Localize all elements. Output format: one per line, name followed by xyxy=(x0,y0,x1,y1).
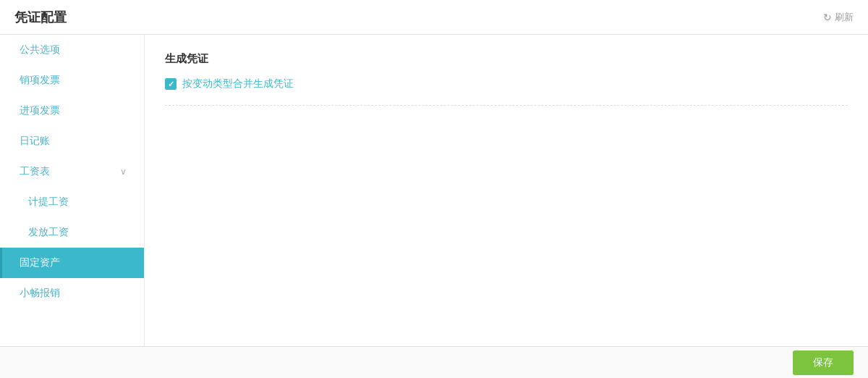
checkbox-label[interactable]: 按变动类型合并生成凭证 xyxy=(182,77,294,91)
sidebar-item-label: 公共选项 xyxy=(20,43,60,56)
merge-checkbox[interactable] xyxy=(165,78,176,90)
sidebar-item-journal[interactable]: 日记账 xyxy=(0,126,144,156)
sidebar-item-label: 进项发票 xyxy=(20,104,60,117)
sidebar-item-label: 工资表 xyxy=(20,165,50,178)
sidebar: 公共选项 销项发票 进项发票 日记账 工资表 ∨ 计提工资 发放工资 固定资产 … xyxy=(0,35,145,378)
refresh-icon: ↻ xyxy=(823,12,832,23)
checkbox-row: 按变动类型合并生成凭证 xyxy=(165,77,848,91)
sidebar-item-salary[interactable]: 发放工资 xyxy=(0,217,144,248)
sidebar-item-label: 计提工资 xyxy=(28,196,69,209)
layout: 公共选项 销项发票 进项发票 日记账 工资表 ∨ 计提工资 发放工资 固定资产 … xyxy=(0,35,868,378)
sidebar-item-label: 固定资产 xyxy=(20,256,60,269)
sidebar-item-public-options[interactable]: 公共选项 xyxy=(0,35,144,65)
section-divider xyxy=(165,105,848,106)
sidebar-item-payroll[interactable]: 工资表 ∨ xyxy=(0,156,144,187)
sidebar-item-purchase-invoice[interactable]: 进项发票 xyxy=(0,96,144,126)
sidebar-item-label: 发放工资 xyxy=(28,226,69,239)
sidebar-item-label: 小畅报销 xyxy=(20,287,60,300)
sidebar-item-commission[interactable]: 计提工资 xyxy=(0,187,144,217)
refresh-button[interactable]: ↻ 刷新 xyxy=(823,11,854,24)
page-title: 凭证配置 xyxy=(14,9,67,26)
sidebar-item-label: 日记账 xyxy=(20,135,50,148)
main-content: 生成凭证 按变动类型合并生成凭证 xyxy=(145,35,868,378)
sidebar-item-expense[interactable]: 小畅报销 xyxy=(0,278,144,308)
footer: 保存 xyxy=(0,346,868,378)
sidebar-item-label: 销项发票 xyxy=(20,74,60,87)
header: 凭证配置 ↻ 刷新 xyxy=(0,0,868,35)
save-button[interactable]: 保存 xyxy=(793,350,854,375)
sidebar-item-sales-invoice[interactable]: 销项发票 xyxy=(0,65,144,96)
section-title: 生成凭证 xyxy=(165,52,848,66)
refresh-label: 刷新 xyxy=(835,11,854,24)
chevron-down-icon: ∨ xyxy=(120,167,127,177)
sidebar-item-fixed-assets[interactable]: 固定资产 xyxy=(0,248,144,278)
